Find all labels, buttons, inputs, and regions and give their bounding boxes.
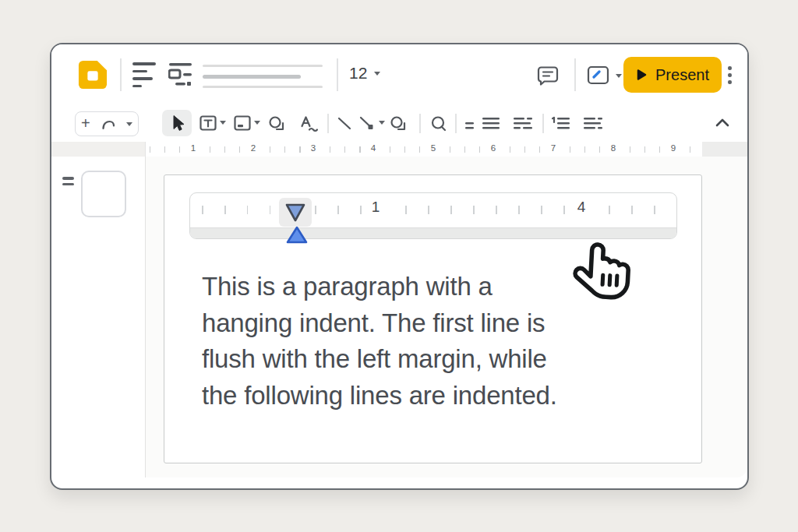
- edit-toolbar: +: [51, 105, 747, 143]
- menu-skeleton-line: [203, 86, 323, 88]
- menu-skeleton-line: [203, 65, 323, 67]
- align-text-icon[interactable]: [482, 117, 500, 133]
- divider: [120, 58, 122, 91]
- chevron-up-icon: [714, 117, 731, 128]
- select-tool-active[interactable]: [162, 110, 192, 136]
- ruler-indent-strip: [190, 227, 676, 238]
- ruler-number: 8: [608, 143, 619, 153]
- chevron-down-icon: [616, 74, 622, 78]
- paragraph-line: This is a paragraph with a: [202, 269, 557, 305]
- slide-thumbnail[interactable]: [81, 171, 126, 217]
- align-left-icon[interactable]: [132, 62, 156, 87]
- ruler-number: 3: [308, 143, 319, 153]
- chevron-down-icon[interactable]: [220, 121, 226, 125]
- more-options-icon[interactable]: [728, 66, 732, 84]
- document-ruler: 1 4: [189, 192, 677, 239]
- theme-shape-tool[interactable]: [430, 115, 449, 136]
- play-icon: [636, 69, 648, 81]
- slide-page[interactable]: 1 4 This is a paragraph with a hanging i…: [164, 174, 702, 463]
- curve-tool[interactable]: [390, 115, 408, 135]
- text-box-tool[interactable]: [200, 115, 217, 134]
- divider: [574, 58, 576, 91]
- document-ruler-ticks: [202, 206, 669, 214]
- ruler-number: 5: [428, 143, 439, 153]
- font-size-selector[interactable]: 12: [349, 64, 380, 83]
- indent-options-icon[interactable]: [168, 62, 193, 89]
- comment-icon[interactable]: [536, 65, 560, 90]
- doc-ruler-number: 1: [367, 199, 385, 216]
- paragraph-text[interactable]: This is a paragraph with a hanging inden…: [202, 269, 557, 414]
- divider: [327, 114, 329, 133]
- add-icon[interactable]: +: [81, 115, 90, 131]
- present-label: Present: [655, 66, 709, 84]
- shape-tool[interactable]: [268, 115, 287, 135]
- numbered-list-icon[interactable]: [550, 116, 570, 133]
- present-button[interactable]: Present: [623, 57, 722, 93]
- chevron-down-icon: [374, 72, 380, 76]
- hand-cursor-icon: [565, 238, 636, 315]
- select-cursor-icon: [170, 115, 185, 132]
- ruler-number: 1: [188, 143, 199, 153]
- divider: [455, 114, 457, 133]
- ruler-corner: [51, 142, 146, 157]
- word-art-tool[interactable]: [299, 115, 318, 136]
- top-app-bar: 12 Present: [51, 44, 747, 106]
- ruler-tail: [702, 142, 747, 157]
- undo-icon[interactable]: [101, 118, 115, 130]
- connector-tool[interactable]: [358, 115, 376, 135]
- left-indent-marker[interactable]: [285, 225, 309, 248]
- doc-ruler-number: 4: [573, 199, 591, 216]
- slideshow-mode-selector[interactable]: [587, 65, 622, 86]
- chevron-down-icon[interactable]: [379, 121, 385, 125]
- slideshow-icon: [587, 65, 609, 86]
- font-size-value: 12: [349, 64, 367, 83]
- line-tool[interactable]: [337, 116, 352, 134]
- collapse-toolbar-button[interactable]: [714, 117, 731, 131]
- slide-filmstrip: [51, 157, 146, 477]
- paragraph-line: hanging indent. The first line is: [202, 305, 557, 342]
- divider: [337, 58, 338, 91]
- chevron-down-icon[interactable]: [126, 122, 132, 126]
- first-line-indent-marker[interactable]: [284, 202, 307, 227]
- ruler-number: 4: [368, 143, 379, 153]
- image-tool[interactable]: [234, 115, 251, 134]
- menu-skeleton-line: [203, 75, 301, 79]
- drag-handle-icon[interactable]: [62, 177, 74, 185]
- bulleted-list-icon[interactable]: [583, 117, 603, 133]
- ruler-number: 9: [668, 143, 679, 153]
- paragraph-line: flush with the left margin, while: [202, 341, 557, 378]
- justify-text-icon[interactable]: [513, 117, 533, 133]
- zoom-tool-group[interactable]: +: [75, 111, 139, 136]
- divider: [419, 114, 421, 133]
- app-window: 12 Present: [50, 43, 749, 490]
- ruler-number: 2: [248, 143, 259, 153]
- paragraph-line: the following lines are indented.: [202, 378, 557, 414]
- divider: [542, 114, 544, 133]
- main-ruler: 1 2 3 4 5 6 7 8 9: [51, 142, 747, 157]
- line-spacing-icon[interactable]: [464, 119, 475, 133]
- ruler-number: 6: [488, 143, 499, 153]
- ruler-number: 7: [548, 143, 559, 153]
- chevron-down-icon[interactable]: [254, 121, 260, 125]
- slides-logo-icon[interactable]: [78, 60, 108, 90]
